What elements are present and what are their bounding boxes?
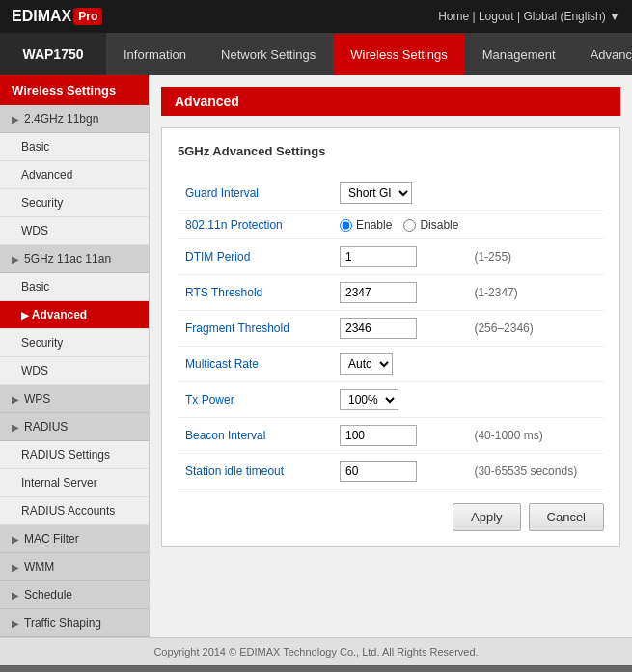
- table-row: 802.11n Protection Enable Disable: [178, 211, 604, 239]
- sidebar-group-24ghz-header[interactable]: ▶2.4GHz 11bgn: [0, 105, 149, 133]
- field-value-rts[interactable]: [332, 275, 466, 311]
- sidebar-item-5-advanced[interactable]: Advanced: [0, 301, 149, 329]
- field-hint-fragment: (256–2346): [466, 311, 604, 347]
- sidebar-group-5ghz-header[interactable]: ▶5GHz 11ac 11an: [0, 245, 149, 273]
- table-row: Multicast Rate Auto 6 9 12: [178, 347, 604, 382]
- beacon-interval-input[interactable]: [340, 425, 417, 446]
- page-header: Advanced: [161, 87, 620, 116]
- sidebar-group-traffic-header[interactable]: ▶Traffic Shaping: [0, 609, 149, 637]
- arrow-icon-5ghz: ▶: [12, 254, 19, 265]
- field-value-multicast[interactable]: Auto 6 9 12: [332, 347, 466, 382]
- sidebar-item-24-advanced[interactable]: Advanced: [0, 161, 149, 189]
- sidebar-group-radius: ▶RADIUS RADIUS Settings Internal Server …: [0, 413, 149, 525]
- content-wrapper: Wireless Settings ▶2.4GHz 11bgn Basic Ad…: [0, 75, 632, 637]
- table-row: Tx Power 100% 75% 50% 25%: [178, 382, 604, 418]
- field-label-guard-interval: Guard Interval: [178, 176, 332, 211]
- field-value-protection: Enable Disable: [332, 211, 466, 239]
- sidebar-group-mac-header[interactable]: ▶MAC Filter: [0, 525, 149, 553]
- field-label-beacon: Beacon Interval: [178, 418, 332, 454]
- logo-pro-text: Pro: [73, 8, 102, 25]
- fragment-threshold-input[interactable]: [340, 318, 417, 339]
- sidebar-item-5-basic[interactable]: Basic: [0, 273, 149, 301]
- field-hint-rts: (1-2347): [466, 275, 604, 311]
- field-hint-protection: [466, 211, 604, 239]
- sidebar-group-24ghz: ▶2.4GHz 11bgn Basic Advanced Security WD…: [0, 105, 149, 245]
- arrow-icon-schedule: ▶: [12, 590, 19, 601]
- arrow-icon-traffic: ▶: [12, 618, 19, 629]
- nav-item-advanced[interactable]: Advanced: [573, 34, 632, 75]
- table-row: RTS Threshold (1-2347): [178, 275, 604, 311]
- protection-disable-label[interactable]: Disable: [403, 218, 458, 232]
- arrow-icon-wmm: ▶: [12, 562, 19, 573]
- field-value-txpower[interactable]: 100% 75% 50% 25%: [332, 382, 466, 418]
- nav-item-network-settings[interactable]: Network Settings: [204, 34, 333, 75]
- field-value-fragment[interactable]: [332, 311, 466, 347]
- arrow-icon-radius: ▶: [12, 422, 19, 433]
- field-hint-multicast: [466, 347, 604, 382]
- field-value-guard-interval[interactable]: Short GI Long GI: [332, 176, 466, 211]
- top-links[interactable]: Home | Logout | Global (English) ▼: [438, 10, 620, 23]
- section-box: 5GHz Advanced Settings Guard Interval Sh…: [161, 127, 620, 547]
- logo: EDIMAX Pro: [12, 8, 102, 25]
- field-hint-dtim: (1-255): [466, 239, 604, 275]
- field-value-station-idle[interactable]: [332, 454, 466, 490]
- sidebar: Wireless Settings ▶2.4GHz 11bgn Basic Ad…: [0, 75, 150, 637]
- table-row: Station idle timeout (30-65535 seconds): [178, 454, 604, 490]
- sidebar-group-schedule-header[interactable]: ▶Schedule: [0, 581, 149, 609]
- field-label-multicast: Multicast Rate: [178, 347, 332, 382]
- arrow-icon: ▶: [12, 114, 19, 125]
- dtim-input[interactable]: [340, 246, 417, 267]
- field-label-station-idle: Station idle timeout: [178, 454, 332, 490]
- table-row: Beacon Interval (40-1000 ms): [178, 418, 604, 454]
- field-hint-txpower: [466, 382, 604, 418]
- sidebar-item-internal-server[interactable]: Internal Server: [0, 469, 149, 497]
- field-hint-station-idle: (30-65535 seconds): [466, 454, 604, 490]
- sidebar-item-24-security[interactable]: Security: [0, 189, 149, 217]
- sidebar-item-radius-settings[interactable]: RADIUS Settings: [0, 441, 149, 469]
- field-value-beacon[interactable]: [332, 418, 466, 454]
- protection-enable-radio[interactable]: [340, 219, 352, 232]
- footer: Copyright 2014 © EDIMAX Technology Co., …: [0, 637, 632, 665]
- logo-edimax-text: EDIMAX: [12, 8, 71, 25]
- nav-item-management[interactable]: Management: [465, 34, 573, 75]
- nav-item-wireless-settings[interactable]: Wireless Settings: [333, 34, 464, 75]
- sidebar-item-24-basic[interactable]: Basic: [0, 133, 149, 161]
- protection-enable-label[interactable]: Enable: [340, 218, 392, 232]
- table-row: DTIM Period (1-255): [178, 239, 604, 275]
- sidebar-group-wmm-header[interactable]: ▶WMM: [0, 553, 149, 581]
- tx-power-select[interactable]: 100% 75% 50% 25%: [340, 389, 398, 410]
- rts-threshold-input[interactable]: [340, 282, 417, 303]
- field-value-dtim[interactable]: [332, 239, 466, 275]
- field-label-rts: RTS Threshold: [178, 275, 332, 311]
- apply-button[interactable]: Apply: [453, 503, 521, 531]
- station-idle-input[interactable]: [340, 461, 417, 482]
- main-content: Advanced 5GHz Advanced Settings Guard In…: [150, 75, 632, 637]
- sidebar-group-wps-header[interactable]: ▶WPS: [0, 385, 149, 413]
- sidebar-item-24-wds[interactable]: WDS: [0, 217, 149, 245]
- protection-disable-radio[interactable]: [403, 219, 416, 232]
- field-hint-guard-interval: [466, 176, 604, 211]
- field-label-fragment: Fragment Threshold: [178, 311, 332, 347]
- multicast-rate-select[interactable]: Auto 6 9 12: [340, 353, 393, 375]
- cancel-button[interactable]: Cancel: [529, 503, 604, 531]
- nav-brand: WAP1750: [0, 33, 106, 75]
- button-row: Apply Cancel: [178, 503, 604, 531]
- top-bar: EDIMAX Pro Home | Logout | Global (Engli…: [0, 0, 632, 33]
- sidebar-item-5-wds[interactable]: WDS: [0, 357, 149, 385]
- field-label-txpower: Tx Power: [178, 382, 332, 418]
- sidebar-item-5-security[interactable]: Security: [0, 329, 149, 357]
- nav-bar: WAP1750 Information Network Settings Wir…: [0, 33, 632, 75]
- nav-items: Information Network Settings Wireless Se…: [106, 34, 632, 75]
- nav-item-information[interactable]: Information: [106, 34, 204, 75]
- sidebar-group-radius-header[interactable]: ▶RADIUS: [0, 413, 149, 441]
- field-label-dtim: DTIM Period: [178, 239, 332, 275]
- field-label-protection: 802.11n Protection: [178, 211, 332, 239]
- settings-table: Guard Interval Short GI Long GI 802.11n …: [178, 176, 604, 490]
- table-row: Guard Interval Short GI Long GI: [178, 176, 604, 211]
- sidebar-item-radius-accounts[interactable]: RADIUS Accounts: [0, 497, 149, 525]
- section-title: 5GHz Advanced Settings: [178, 144, 604, 162]
- field-hint-beacon: (40-1000 ms): [466, 418, 604, 454]
- guard-interval-select[interactable]: Short GI Long GI: [340, 182, 412, 204]
- protection-radio-group: Enable Disable: [340, 218, 458, 232]
- sidebar-group-5ghz: ▶5GHz 11ac 11an Basic Advanced Security …: [0, 245, 149, 385]
